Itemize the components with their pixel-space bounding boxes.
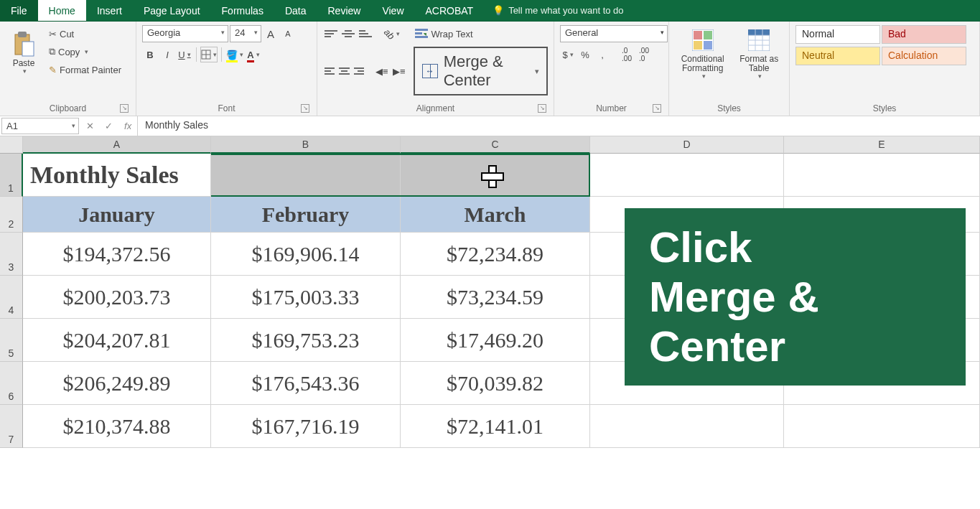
tell-me-search[interactable]: 💡Tell me what you want to do [484, 0, 632, 21]
cell-style-neutral[interactable]: Neutral [795, 47, 880, 65]
font-dialog-launcher[interactable]: ↘ [301, 104, 309, 113]
tab-home[interactable]: Home [38, 0, 86, 21]
conditional-formatting-button[interactable]: Conditional Formatting [675, 25, 730, 83]
cell-d1[interactable] [590, 154, 784, 197]
cell-e1[interactable] [784, 154, 980, 197]
bucket-icon: 🪣 [226, 50, 238, 60]
align-top-button[interactable] [323, 27, 339, 41]
comma-button[interactable]: , [594, 47, 610, 62]
alignment-dialog-launcher[interactable]: ↘ [538, 104, 546, 113]
cell-c7[interactable]: $72,141.01 [401, 405, 590, 448]
align-middle-button[interactable] [340, 27, 356, 41]
formula-input[interactable]: Monthly Sales [138, 116, 980, 136]
col-header-c[interactable]: C [401, 136, 590, 154]
col-header-a[interactable]: A [23, 136, 211, 154]
worksheet-grid[interactable]: A B C D E 1 Monthly Sales 2 January Febr… [0, 136, 980, 448]
align-right-button[interactable] [353, 64, 365, 78]
formula-bar: A1 ✕ ✓ fx Monthly Sales [0, 116, 980, 136]
enter-formula-button[interactable]: ✓ [105, 121, 113, 131]
tab-insert[interactable]: Insert [86, 0, 133, 21]
cell-b3[interactable]: $169,906.14 [211, 233, 401, 276]
cell-b1[interactable] [211, 154, 401, 197]
col-header-d[interactable]: D [590, 136, 784, 154]
row-header-7[interactable]: 7 [0, 405, 23, 448]
row-header-6[interactable]: 6 [0, 362, 23, 405]
cell-a1[interactable]: Monthly Sales [23, 154, 211, 197]
col-header-b[interactable]: B [211, 136, 401, 154]
cell-c2[interactable]: March [401, 197, 590, 233]
merge-center-button[interactable]: Merge & Center ▾ [414, 47, 548, 95]
col-header-e[interactable]: E [784, 136, 980, 154]
row-header-4[interactable]: 4 [0, 276, 23, 319]
percent-button[interactable]: % [577, 47, 593, 62]
row-header-1[interactable]: 1 [0, 154, 23, 197]
format-as-table-button[interactable]: Format as Table [734, 25, 783, 83]
group-label-number: Number↘ [560, 101, 663, 114]
tab-page-layout[interactable]: Page Layout [133, 0, 211, 21]
cell-b7[interactable]: $167,716.19 [211, 405, 401, 448]
cell-c5[interactable]: $17,469.20 [401, 319, 590, 362]
orientation-button[interactable]: ab [383, 26, 401, 42]
fx-button[interactable]: fx [124, 121, 131, 131]
border-icon [201, 50, 211, 60]
cell-d7[interactable] [590, 405, 784, 448]
fill-color-button[interactable]: 🪣 [225, 47, 244, 62]
tab-formulas[interactable]: Formulas [211, 0, 274, 21]
font-size-select[interactable]: 24 [230, 25, 261, 42]
cell-c6[interactable]: $70,039.82 [401, 362, 590, 405]
border-button[interactable] [200, 47, 218, 62]
accounting-format-button[interactable]: $ [560, 47, 576, 62]
indent-icon: ▶≡ [393, 66, 406, 77]
decrease-font-button[interactable]: A [280, 26, 296, 42]
tab-acrobat[interactable]: ACROBAT [415, 0, 485, 21]
tab-view[interactable]: View [371, 0, 414, 21]
paste-button[interactable]: Paste [6, 25, 42, 78]
cell-b4[interactable]: $175,003.33 [211, 276, 401, 319]
number-dialog-launcher[interactable]: ↘ [653, 104, 661, 113]
font-name-select[interactable]: Georgia [142, 25, 228, 42]
wrap-text-button[interactable]: Wrap Text [412, 25, 475, 42]
cell-a3[interactable]: $194,372.56 [23, 233, 211, 276]
cut-button[interactable]: Cut [46, 25, 124, 42]
cell-a5[interactable]: $204,207.81 [23, 319, 211, 362]
bold-button[interactable]: B [142, 47, 158, 62]
format-painter-button[interactable]: Format Painter [46, 61, 124, 78]
align-bottom-button[interactable] [358, 27, 373, 41]
align-center-button[interactable] [337, 64, 350, 78]
cell-a2[interactable]: January [23, 197, 211, 233]
underline-button[interactable]: U [177, 47, 192, 62]
cell-style-normal[interactable]: Normal [795, 25, 880, 44]
cell-a4[interactable]: $200,203.73 [23, 276, 211, 319]
tab-data[interactable]: Data [274, 0, 317, 21]
cell-style-bad[interactable]: Bad [882, 25, 966, 44]
copy-button[interactable]: Copy [46, 43, 124, 60]
cell-e7[interactable] [784, 405, 980, 448]
decrease-indent-button[interactable]: ◀≡ [374, 63, 390, 79]
decrease-decimal-button[interactable]: .00.0 [636, 47, 652, 62]
row-header-2[interactable]: 2 [0, 197, 23, 233]
tab-file[interactable]: File [0, 0, 38, 21]
cell-style-calculation[interactable]: Calculation [882, 47, 966, 65]
clipboard-dialog-launcher[interactable]: ↘ [120, 104, 129, 113]
cell-c1[interactable] [401, 154, 590, 197]
increase-indent-button[interactable]: ▶≡ [391, 63, 407, 79]
cell-c4[interactable]: $73,234.59 [401, 276, 590, 319]
cell-a7[interactable]: $210,374.88 [23, 405, 211, 448]
row-header-3[interactable]: 3 [0, 233, 23, 276]
cell-a6[interactable]: $206,249.89 [23, 362, 211, 405]
tab-review[interactable]: Review [317, 0, 372, 21]
font-color-button[interactable]: A [246, 47, 261, 62]
select-all-corner[interactable] [0, 136, 23, 154]
number-format-select[interactable]: General [560, 25, 668, 42]
italic-button[interactable]: I [159, 47, 175, 62]
cell-b5[interactable]: $169,753.23 [211, 319, 401, 362]
cancel-formula-button[interactable]: ✕ [86, 121, 94, 131]
increase-decimal-button[interactable]: .0.00 [619, 47, 635, 62]
name-box[interactable]: A1 [1, 118, 79, 134]
cell-b6[interactable]: $176,543.36 [211, 362, 401, 405]
row-header-5[interactable]: 5 [0, 319, 23, 362]
cell-b2[interactable]: February [211, 197, 401, 233]
cell-c3[interactable]: $72,234.89 [401, 233, 590, 276]
increase-font-button[interactable]: A [263, 26, 279, 42]
align-left-button[interactable] [323, 64, 336, 78]
